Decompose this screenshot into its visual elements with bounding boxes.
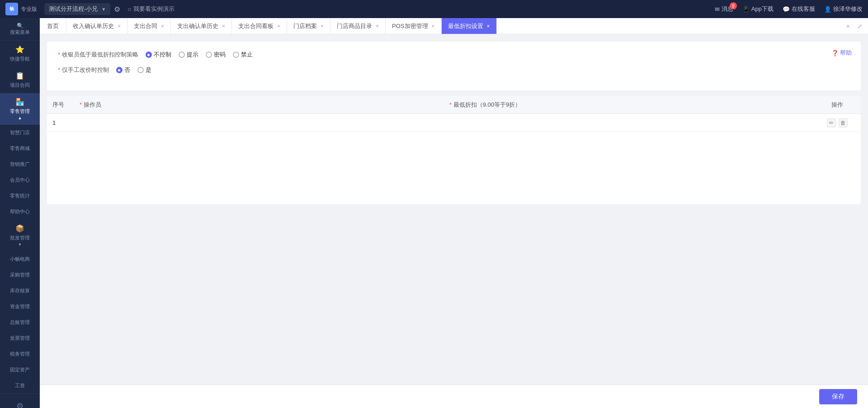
col-action: 操作 (819, 101, 855, 109)
radio-forbid[interactable]: 禁止 (233, 51, 253, 59)
help-icon: ❓ (831, 50, 839, 56)
message-badge: 8 (730, 2, 737, 9)
nav-icon: ⭐ (15, 45, 24, 54)
message-btn[interactable]: ✉ 消息 8 (715, 5, 733, 13)
sidebar-stats-label: 零售统计 (10, 192, 30, 199)
sidebar-item-finance[interactable]: 资金管理 (0, 299, 40, 314)
tab-expense-history-close[interactable]: × (222, 23, 225, 29)
service-icon: 💬 (783, 6, 790, 13)
content-area: 首页 收入确认单历史 × 支出合同 × 支出确认单历史 × 支出合同看板 × (40, 18, 868, 408)
sidebar-search-label: 搜索菜单 (3, 29, 37, 36)
radio-no-control-circle (146, 52, 152, 58)
tab-pos-encrypt-close[interactable]: × (432, 23, 435, 29)
tab-close-btn[interactable]: × (844, 22, 852, 31)
radio-password[interactable]: 密码 (206, 51, 226, 59)
tab-expense-contract-close[interactable]: × (161, 23, 164, 29)
tab-expense-contract[interactable]: 支出合同 × (127, 18, 171, 34)
radio-forbid-circle (233, 52, 239, 58)
sidebar-item-project[interactable]: 📋 项目合同 (0, 67, 40, 93)
tab-store-archive-close[interactable]: × (321, 23, 324, 29)
table-row: 1 ✏ 🗑 (47, 114, 861, 132)
batch-icon: 📦 (15, 224, 24, 233)
discount-strategy-row: 收银员低于最低折扣控制策略 不控制 提示 (58, 51, 850, 59)
app-download-btn[interactable]: 📱 App下载 (742, 5, 774, 13)
sidebar-item-purchase[interactable]: 采购管理 (0, 267, 40, 283)
user-icon: 👤 (824, 6, 831, 13)
sidebar-item-member[interactable]: 会员中心 (0, 172, 40, 188)
sidebar-item-assets[interactable]: 固定资产 (0, 362, 40, 378)
tab-expense-board[interactable]: 支出合同看板 × (232, 18, 287, 34)
user-btn[interactable]: 👤 徐泽华修改 (824, 5, 863, 13)
radio-password-circle (206, 52, 212, 58)
edit-row-btn-1[interactable]: ✏ (827, 118, 836, 127)
tab-store-archive-label: 门店档案 (293, 22, 317, 30)
tab-expense-board-close[interactable]: × (277, 23, 280, 29)
tab-expand-btn[interactable]: ⤢ (855, 22, 864, 31)
tab-min-discount-close[interactable]: × (487, 23, 490, 29)
sidebar-item-invoice[interactable]: 发票管理 (0, 330, 40, 346)
online-service-label: 在线客服 (792, 5, 815, 13)
sidebar-item-help[interactable]: 帮助中心 (0, 204, 40, 220)
sidebar-item-smart-store[interactable]: 智慧门店 (0, 125, 40, 141)
sidebar-item-retail[interactable]: 🏪 零售管理 ▲ (0, 93, 40, 125)
tab-expense-board-label: 支出合同看板 (238, 22, 274, 30)
cell-action-1: ✏ 🗑 (819, 118, 855, 127)
sidebar-item-batch[interactable]: 📦 批发管理 ▼ (0, 220, 40, 251)
search-icon: 🔍 (3, 23, 37, 29)
radio-manual-no[interactable]: 否 (116, 66, 130, 74)
save-button[interactable]: 保存 (819, 389, 857, 404)
help-link[interactable]: ❓ 帮助 (831, 49, 852, 57)
table-header: 序号 操作员 最低折扣（9.00等于9折） 操作 (47, 96, 861, 114)
tab-expense-history[interactable]: 支出确认单历史 × (171, 18, 232, 34)
radio-prompt[interactable]: 提示 (179, 51, 198, 59)
tab-store-archive[interactable]: 门店档案 × (287, 18, 330, 34)
tab-income-history-close[interactable]: × (118, 23, 121, 29)
top-bar-right: ✉ 消息 8 📱 App下载 💬 在线客服 👤 徐泽华修改 (715, 5, 863, 13)
gear-icon[interactable]: ⚙ (0, 398, 40, 408)
tab-income-history[interactable]: 收入确认单历史 × (66, 18, 127, 34)
manual-price-radio-group: 否 是 (116, 66, 151, 74)
sidebar-marketing-label: 营销推广 (10, 161, 30, 168)
settings-icon[interactable]: ⚙ (114, 5, 120, 14)
sidebar: 🔍 搜索菜单 ⭐ 快捷导航 📋 项目合同 🏪 零售管理 ▲ 智慧门店 零售商城 (0, 18, 40, 408)
sidebar-member-label: 会员中心 (10, 177, 30, 183)
tab-store-catalog[interactable]: 门店商品目录 × (330, 18, 386, 34)
radio-manual-yes[interactable]: 是 (137, 66, 151, 74)
sidebar-item-nav[interactable]: ⭐ 快捷导航 (0, 41, 40, 67)
sidebar-item-online-store[interactable]: 零售商城 (0, 141, 40, 156)
sidebar-batch-label: 批发管理 (10, 234, 30, 241)
online-service-btn[interactable]: 💬 在线客服 (783, 5, 815, 13)
sidebar-item-marketing[interactable]: 营销推广 (0, 156, 40, 172)
sidebar-item-search[interactable]: 🔍 搜索菜单 (0, 18, 40, 41)
sidebar-item-salary[interactable]: 工资 (0, 378, 40, 394)
tab-pos-encrypt[interactable]: POS加密管理 × (386, 18, 441, 34)
sidebar-item-stats[interactable]: 零售统计 (0, 188, 40, 204)
sidebar-item-tax[interactable]: 税务管理 (0, 346, 40, 362)
tab-home[interactable]: 首页 (40, 18, 66, 34)
sidebar-item-ledger[interactable]: 总账管理 (0, 314, 40, 330)
radio-no-control[interactable]: 不控制 (146, 51, 171, 59)
tab-min-discount[interactable]: 最低折扣设置 × (442, 18, 497, 34)
tab-actions: × ⤢ (841, 22, 868, 31)
demo-link[interactable]: ○ 我要看实例演示 (127, 5, 174, 13)
discount-strategy-label: 收银员低于最低折扣控制策略 (58, 51, 138, 59)
logo: 畅 专业版 (5, 3, 37, 15)
tab-expense-contract-label: 支出合同 (134, 22, 157, 30)
download-icon: 📱 (742, 6, 750, 13)
sidebar-item-ecommerce[interactable]: 小畅电商 (0, 251, 40, 267)
tab-store-catalog-close[interactable]: × (376, 23, 379, 29)
radio-manual-no-label: 否 (124, 66, 130, 74)
sidebar-tax-label: 税务管理 (10, 351, 30, 357)
sidebar-smart-store-label: 智慧门店 (10, 129, 30, 136)
delete-row-btn-1[interactable]: 🗑 (839, 118, 848, 127)
demo-circle-icon: ○ (127, 5, 131, 13)
sidebar-ledger-label: 总账管理 (10, 319, 30, 326)
radio-prompt-circle (179, 52, 185, 58)
sidebar-item-inventory[interactable]: 库存核算 (0, 283, 40, 299)
manual-price-label: 仅手工改价时控制 (58, 66, 109, 74)
table-body: 1 ✏ 🗑 (47, 114, 861, 204)
cell-seq-1: 1 (52, 119, 80, 126)
radio-password-label: 密码 (214, 51, 226, 59)
project-selector[interactable]: 测试分开流程-小兄 ▼ (44, 3, 110, 15)
col-seq: 序号 (52, 101, 80, 109)
